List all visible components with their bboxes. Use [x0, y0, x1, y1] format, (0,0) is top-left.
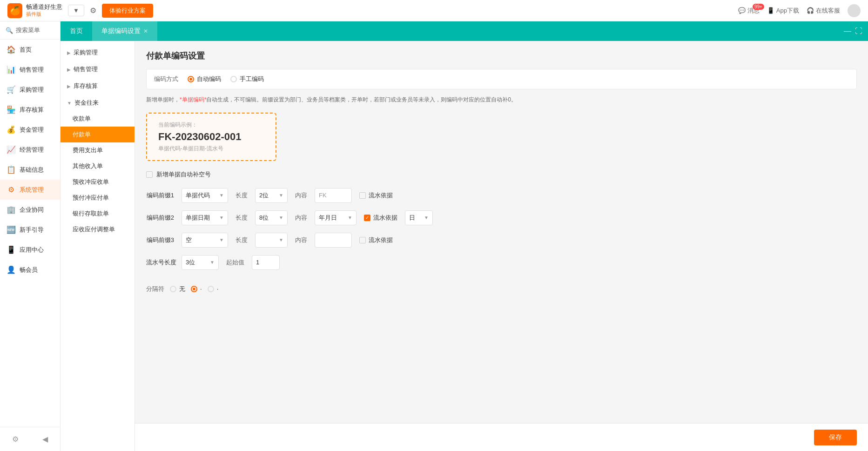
- message-icon: 💬: [738, 7, 746, 14]
- guide-icon: 🆕: [7, 225, 16, 234]
- sep-none-radio[interactable]: 无: [170, 285, 185, 293]
- sep-dot2-radio[interactable]: ·: [208, 285, 219, 292]
- auto-fill-checkbox[interactable]: [146, 171, 153, 178]
- length1-arrow-icon: ▼: [279, 193, 283, 198]
- sidebar-item-purchase[interactable]: 🛒 采购管理: [0, 80, 60, 100]
- top-bar-controls: ▼ ⚙ 体验行业方案: [68, 4, 153, 18]
- prefix1-select[interactable]: 单据代码 ▼: [182, 188, 228, 203]
- serial-row: 流水号长度 3位 ▼ 起始值 1: [146, 255, 857, 270]
- sidebar-item-basic[interactable]: 📋 基础信息: [0, 160, 60, 180]
- sec-item-advance-offset[interactable]: 预付冲应付单: [61, 190, 135, 206]
- page-title: 付款单编码设置: [146, 50, 857, 61]
- tab-encoding-settings[interactable]: 单据编码设置 ✕: [92, 21, 157, 41]
- secondary-sidebar: ▶ 采购管理 ▶ 销售管理 ▶ 库存核算: [61, 41, 135, 451]
- online-service-button[interactable]: 🎧 在线客服: [807, 7, 840, 15]
- sidebar-item-inventory[interactable]: 🏪 库存核算: [0, 100, 60, 120]
- logo-sub-text: 插件版: [26, 11, 62, 18]
- search-menu-button[interactable]: 🔍 搜索菜单: [0, 21, 60, 40]
- serial-length-label: 流水号长度: [146, 258, 174, 267]
- stream1-checkbox[interactable]: [359, 192, 366, 199]
- encoding-method-label: 编码方式: [154, 75, 178, 83]
- prefix2-row: 编码前缀2 单据日期 ▼ 长度 8位 ▼ 内容: [146, 210, 857, 225]
- app-download-button[interactable]: 📱 App下载: [767, 7, 799, 15]
- sidebar-item-apps[interactable]: 📱 应用中心: [0, 240, 60, 260]
- prefix3-select[interactable]: 空 ▼: [182, 233, 228, 248]
- sep-dot-radio[interactable]: ·: [191, 285, 202, 292]
- sep-dot-circle: [191, 286, 197, 292]
- main-sidebar: 🔍 搜索菜单 🏠 首页 📊 销售管理 🛒 采购管理 🏪 库存核算 💰 资金管理 …: [0, 21, 61, 451]
- sidebar-settings-btn[interactable]: ⚙: [9, 432, 21, 446]
- sidebar-item-operation-label: 经营管理: [20, 146, 44, 154]
- settings-button[interactable]: ⚙: [88, 4, 98, 17]
- sidebar-item-guide-label: 新手引导: [20, 226, 44, 234]
- sec-item-other-income[interactable]: 其他收入单: [61, 158, 135, 174]
- sidebar-item-home[interactable]: 🏠 首页: [0, 40, 60, 60]
- length1-select[interactable]: 2位 ▼: [255, 188, 288, 203]
- prefix2-arrow-icon: ▼: [219, 215, 224, 220]
- prefix1-row: 编码前缀1 单据代码 ▼ 长度 2位 ▼ 内容 FK: [146, 188, 857, 203]
- sidebar-item-member[interactable]: 👤 畅会员: [0, 260, 60, 280]
- sec-group-sales-title[interactable]: ▶ 销售管理: [61, 61, 135, 77]
- chevron-right-icon-2: ▶: [67, 67, 71, 72]
- sidebar-item-finance[interactable]: 💰 资金管理: [0, 120, 60, 140]
- content3-input: [315, 233, 352, 248]
- manual-encoding-radio[interactable]: 手工编码: [230, 75, 264, 83]
- stream2-checkbox-row: ✓ 流水依据: [364, 214, 397, 222]
- prefix3-row: 编码前缀3 空 ▼ 长度 ▼ 内容: [146, 233, 857, 248]
- prefix2-label: 编码前缀2: [146, 214, 174, 222]
- length1-value: 2位: [259, 191, 269, 200]
- sec-group-purchase-label: 采购管理: [74, 48, 98, 57]
- company-icon: 🏢: [7, 205, 16, 214]
- service-icon: 🎧: [807, 7, 814, 14]
- dropdown-button[interactable]: ▼: [68, 5, 84, 16]
- auto-fill-row: 新增单据自动补空号: [146, 170, 857, 179]
- app-icon: 📱: [767, 7, 774, 14]
- tab-expand-icon[interactable]: ⛶: [855, 27, 862, 35]
- stream3-label: 流水依据: [369, 236, 393, 244]
- serial-length-select[interactable]: 3位 ▼: [182, 255, 219, 270]
- save-button[interactable]: 保存: [814, 430, 857, 445]
- sec-item-bank[interactable]: 银行存取款单: [61, 206, 135, 222]
- sec-item-expense[interactable]: 费用支出单: [61, 142, 135, 158]
- sec-item-receipt[interactable]: 收款单: [61, 111, 135, 127]
- logo-text-container: 畅通道好生意 插件版: [26, 3, 62, 18]
- start-value-input[interactable]: 1: [252, 255, 280, 270]
- sidebar-item-basic-label: 基础信息: [20, 166, 44, 174]
- length3-select[interactable]: ▼: [255, 233, 288, 248]
- sec-group-inventory: ▶ 库存核算: [61, 78, 135, 94]
- app-download-label: App下载: [776, 7, 799, 15]
- sidebar-item-guide[interactable]: 🆕 新手引导: [0, 220, 60, 240]
- tab-close-icon[interactable]: ✕: [143, 28, 148, 34]
- stream2-checkbox[interactable]: ✓: [364, 215, 370, 221]
- tab-bar: 首页 单据编码设置 ✕ — ⛶: [61, 21, 868, 41]
- home-icon: 🏠: [7, 45, 16, 54]
- prefix2-select[interactable]: 单据日期 ▼: [182, 210, 228, 225]
- sidebar-item-sales[interactable]: 📊 销售管理: [0, 60, 60, 80]
- sec-group-purchase: ▶ 采购管理: [61, 45, 135, 61]
- sidebar-item-company[interactable]: 🏢 企业协同: [0, 200, 60, 220]
- sec-group-inventory-title[interactable]: ▶ 库存核算: [61, 78, 135, 94]
- period-select[interactable]: 日 ▼: [405, 210, 433, 225]
- sidebar-item-operation[interactable]: 📈 经营管理: [0, 140, 60, 160]
- sidebar-item-system[interactable]: ⚙ 系统管理: [0, 180, 60, 200]
- message-button[interactable]: 💬 消息 99+: [738, 7, 760, 15]
- tab-minimize-icon[interactable]: —: [844, 27, 851, 35]
- trial-button[interactable]: 体验行业方案: [102, 4, 153, 18]
- user-info[interactable]: [848, 4, 861, 17]
- top-bar: 🍊 畅通道好生意 插件版 ▼ ⚙ 体验行业方案 💬 消息 99+ 📱 App下载…: [0, 0, 868, 21]
- length2-select[interactable]: 8位 ▼: [255, 210, 288, 225]
- stream3-checkbox[interactable]: [359, 237, 366, 243]
- sec-group-finance-title[interactable]: ▼ 资金往来: [61, 95, 135, 111]
- sec-item-prepay-offset[interactable]: 预收冲应收单: [61, 174, 135, 190]
- sidebar-collapse-btn[interactable]: ◀: [40, 432, 51, 446]
- sep-dot-inner: [193, 288, 195, 290]
- sec-item-payment[interactable]: 付款单: [61, 127, 135, 142]
- sec-group-finance: ▼ 资金往来 收款单 付款单 费用支出单 其他收入单 预收冲应收单 预付冲应付单…: [61, 95, 135, 237]
- content-area: ▶ 采购管理 ▶ 销售管理 ▶ 库存核算: [61, 41, 868, 451]
- sidebar-item-system-label: 系统管理: [20, 186, 44, 194]
- auto-encoding-radio[interactable]: 自动编码: [188, 75, 221, 83]
- sec-group-purchase-title[interactable]: ▶ 采购管理: [61, 45, 135, 61]
- tab-home[interactable]: 首页: [61, 21, 92, 41]
- content2-select[interactable]: 年月日 ▼: [315, 210, 357, 225]
- sec-item-adjustment[interactable]: 应收应付调整单: [61, 222, 135, 237]
